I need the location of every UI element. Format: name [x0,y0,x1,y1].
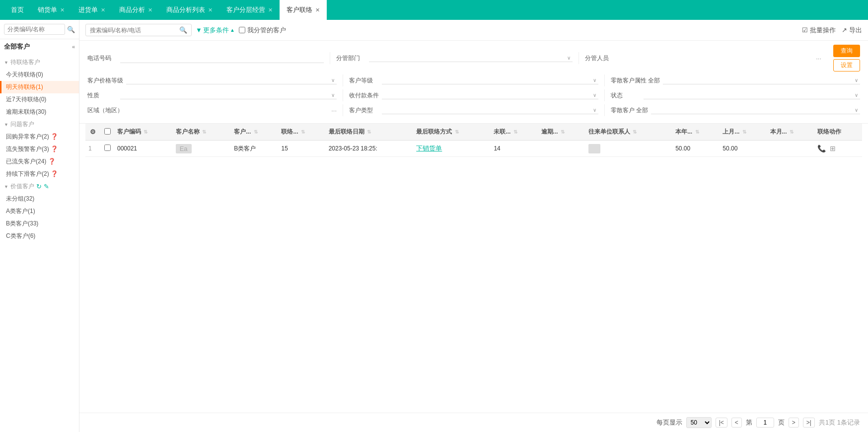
filter-dept: 分管部门 ∨ [336,54,573,63]
value-refresh-icon[interactable]: ↻ [36,183,42,190]
filter-zero-attr: 零散客户属性 全部 ∨ [611,76,860,85]
last-method-link[interactable]: 下销货单 [416,144,442,152]
sidebar-item-b-class[interactable]: B类客户(33) [0,217,79,230]
td-actions: 📞 ⊞ [814,141,862,157]
filter-status-select[interactable]: ∨ [644,91,860,99]
query-button[interactable]: 查询 [833,45,860,57]
year-sort-icon[interactable]: ⇅ [695,129,699,135]
contact-person-sort-icon[interactable]: ⇅ [633,129,637,135]
grid-icon[interactable]: ⊞ [830,144,836,152]
filter-dept-select[interactable]: ∨ [369,54,573,62]
filter-customer-type-select[interactable]: ∨ [382,106,598,114]
sidebar-item-lost[interactable]: 已流失客户(24) ❓ [0,155,79,168]
nav-product-list[interactable]: 商品分析列表 ✕ [159,0,219,20]
select-all-checkbox[interactable] [104,128,111,135]
last-month-sort-icon[interactable]: ⇅ [742,129,746,135]
method-sort-icon[interactable]: ⇅ [455,129,459,135]
page-number-input[interactable] [756,418,774,428]
overdue-sort-icon[interactable]: ⇅ [561,129,565,135]
filter-customer-level-select[interactable]: ∨ [382,76,598,84]
name-sort-icon[interactable]: ⇅ [202,129,206,135]
batch-operate-btn[interactable]: ☑ 批量操作 [802,26,836,35]
filter-zero-attr-select[interactable]: ∨ [663,76,860,84]
sidebar-all-customers[interactable]: 全部客户 « [0,39,79,54]
nav-customer-contact[interactable]: 客户联络 ✕ [280,0,327,20]
td-contact-count: 15 [278,141,325,157]
content-area: 🔍 ▼ 更多条件 ▲ 我分管的客户 ☑ 批量操作 ↗ 导出 [79,20,868,432]
next-page-btn[interactable]: > [789,418,799,428]
sidebar-search-input[interactable] [4,24,65,35]
sidebar-item-warning[interactable]: 流失预警客户(3) ❓ [0,143,79,155]
row-checkbox[interactable] [104,144,111,151]
export-btn[interactable]: ↗ 导出 [842,26,862,35]
page-size-select[interactable]: 50 100 200 [686,417,712,428]
nav-home[interactable]: 首页 [4,0,31,20]
zero-customer-arrow-icon: ∨ [855,107,858,113]
th-name: 客户名称 ⇅ [173,124,231,141]
sidebar-item-a-class[interactable]: A类客户(1) [0,205,79,217]
main-search-input[interactable] [90,27,179,34]
first-page-btn[interactable]: |< [716,418,727,428]
my-customer-checkbox[interactable] [239,27,245,33]
nav-product-analysis[interactable]: 商品分析 ✕ [112,0,159,20]
filter-person-ellipsis[interactable]: ··· [816,55,821,62]
close-tier-icon[interactable]: ✕ [268,7,273,13]
filter-region-ellipsis[interactable]: ··· [331,107,337,114]
date-sort-icon[interactable]: ⇅ [367,129,371,135]
sidebar-item-7days[interactable]: 近7天待联络(0) [0,93,79,106]
main-search-icon[interactable]: 🔍 [179,26,187,34]
filter-person: 分管人员 ··· [585,54,821,63]
last-page-btn[interactable]: >| [803,418,815,428]
col-settings-icon[interactable]: ⚙ [90,128,96,136]
sidebar-search-icon[interactable]: 🔍 [67,26,75,33]
filter-price-level-select[interactable]: ∨ [126,76,337,84]
table-body: 1 000021 Ea B类客户 15 2023-05-23 18:25: 下销… [85,141,862,157]
divider-5 [343,89,343,101]
th-settings: ⚙ [85,124,100,141]
th-unlinked: 未联... ⇅ [491,124,538,141]
sidebar-item-tomorrow[interactable]: 明天待联络(1) [0,81,79,93]
sidebar-item-ungrouped[interactable]: 未分组(32) [0,193,79,205]
code-sort-icon[interactable]: ⇅ [144,129,147,135]
filter-person-label: 分管人员 [585,54,615,63]
divider-3 [343,74,343,86]
nav-purchase[interactable]: 进货单 ✕ [72,0,112,20]
close-sales-icon[interactable]: ✕ [60,7,65,13]
sidebar-item-declining[interactable]: 持续下滑客户(2) ❓ [0,168,79,180]
contact-sort-icon[interactable]: ⇅ [301,129,305,135]
sidebar-item-c-class[interactable]: C类客户(6) [0,230,79,242]
sidebar-item-overdue[interactable]: 逾期未联络(30) [0,106,79,118]
close-list-icon[interactable]: ✕ [208,7,213,13]
filter-nature-select[interactable]: ∨ [120,91,337,99]
this-month-sort-icon[interactable]: ⇅ [790,129,794,135]
filter-price-level-label: 客户价格等级 [87,76,123,85]
filter-payment-select[interactable]: ∨ [382,91,598,99]
close-purchase-icon[interactable]: ✕ [101,7,105,13]
table-wrap: ⚙ 客户编码 ⇅ 客户名称 ⇅ 客户... ⇅ 联络... ⇅ 最后联络日期 ⇅… [79,124,868,413]
td-name-masked: Ea [176,144,192,153]
filter-zero-customer-select[interactable]: ∨ [651,106,860,114]
type-sort-icon[interactable]: ⇅ [254,129,258,135]
td-this-year: 50.00 [672,141,720,157]
filter-customer-type: 客户类型 ∨ [349,106,598,115]
nav-customer-tier[interactable]: 客户分层经营 ✕ [219,0,280,20]
prev-page-btn[interactable]: < [731,418,742,428]
close-contact-icon[interactable]: ✕ [315,7,320,13]
top-right-buttons: ☑ 批量操作 ↗ 导出 [802,26,862,35]
value-edit-icon[interactable]: ✎ [44,183,49,190]
nav-sales[interactable]: 销货单 ✕ [31,0,72,20]
sidebar-item-abnormal[interactable]: 回购异常客户(2) ❓ [0,131,79,143]
page-size-label: 每页显示 [656,418,682,427]
setting-button[interactable]: 设置 [833,59,860,72]
more-filter-btn[interactable]: ▼ 更多条件 ▲ [196,26,235,35]
phone-icon[interactable]: 📞 [817,144,826,152]
unlinked-sort-icon[interactable]: ⇅ [513,129,517,135]
sidebar-collapse-icon[interactable]: « [72,44,75,50]
filter-row-3: 性质 ∨ 收付款条件 ∨ 状态 [87,89,860,101]
th-last-date: 最后联络日期 ⇅ [326,124,414,141]
close-analysis-icon[interactable]: ✕ [148,7,152,13]
filter-phone-input[interactable] [120,54,324,63]
sidebar-item-today[interactable]: 今天待联络(0) [0,69,79,81]
th-code: 客户编码 ⇅ [114,124,173,141]
th-overdue: 逾期... ⇅ [538,124,585,141]
